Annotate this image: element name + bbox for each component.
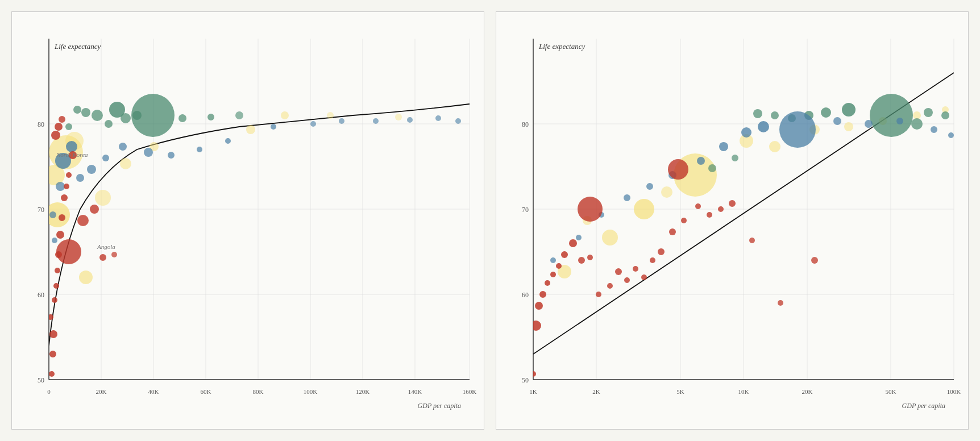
svg-point-92: [99, 254, 106, 261]
svg-text:50K: 50K: [886, 388, 896, 395]
svg-text:80: 80: [522, 120, 529, 128]
svg-text:5K: 5K: [676, 388, 684, 395]
svg-point-185: [658, 248, 665, 255]
svg-text:50: 50: [522, 376, 529, 384]
svg-point-61: [87, 165, 96, 174]
svg-text:60: 60: [522, 291, 529, 299]
svg-point-168: [531, 321, 541, 331]
svg-point-193: [578, 197, 603, 222]
svg-text:160K: 160K: [463, 388, 477, 395]
svg-point-51: [132, 111, 142, 120]
svg-point-165: [896, 118, 903, 124]
svg-point-74: [455, 118, 461, 124]
svg-point-167: [948, 132, 954, 138]
svg-point-56: [66, 141, 77, 152]
svg-text:1K: 1K: [529, 388, 537, 395]
svg-point-196: [778, 300, 783, 306]
svg-point-42: [395, 114, 402, 120]
svg-point-192: [668, 159, 688, 180]
svg-point-161: [576, 235, 582, 240]
svg-point-180: [615, 268, 622, 275]
svg-point-50: [121, 113, 131, 123]
svg-point-174: [561, 251, 568, 258]
svg-point-187: [681, 218, 687, 223]
svg-point-46: [81, 108, 90, 117]
svg-point-173: [556, 263, 562, 269]
svg-point-164: [865, 120, 873, 128]
svg-point-76: [49, 351, 56, 357]
svg-point-194: [811, 257, 818, 264]
svg-point-191: [729, 200, 736, 207]
svg-point-155: [719, 142, 728, 151]
svg-point-170: [539, 291, 546, 298]
svg-point-95: [55, 123, 63, 131]
svg-point-152: [779, 111, 816, 148]
svg-point-45: [92, 110, 103, 121]
svg-point-47: [73, 106, 81, 114]
svg-text:50: 50: [38, 376, 44, 384]
svg-point-181: [624, 277, 630, 283]
svg-point-60: [76, 174, 84, 182]
svg-point-151: [732, 155, 738, 161]
svg-text:GDP per capita: GDP per capita: [418, 402, 461, 410]
svg-point-153: [758, 121, 769, 132]
linear-chart: 80 70 60 50 0 20K 40K 60K 80K 100K 120K …: [11, 11, 484, 430]
svg-point-162: [550, 257, 556, 263]
svg-point-149: [911, 118, 923, 130]
svg-point-52: [178, 114, 186, 122]
svg-point-83: [56, 231, 64, 239]
svg-text:10K: 10K: [738, 388, 749, 395]
svg-point-183: [641, 274, 647, 280]
svg-point-188: [695, 203, 701, 209]
svg-point-190: [718, 206, 724, 212]
svg-text:GDP per capita: GDP per capita: [902, 402, 945, 410]
svg-point-140: [870, 94, 913, 137]
svg-point-96: [59, 116, 65, 123]
svg-text:20K: 20K: [802, 388, 813, 395]
svg-text:70: 70: [38, 206, 44, 214]
svg-text:80: 80: [38, 120, 44, 128]
charts-container: 80 70 60 50 0 20K 40K 60K 80K 100K 120K …: [0, 0, 980, 441]
svg-point-154: [741, 127, 751, 138]
svg-point-148: [941, 111, 949, 119]
svg-point-70: [339, 118, 344, 124]
svg-point-179: [607, 283, 613, 289]
svg-point-175: [569, 239, 577, 247]
svg-point-166: [931, 126, 937, 133]
svg-point-40: [281, 111, 289, 119]
svg-point-54: [235, 111, 243, 119]
svg-point-66: [197, 147, 202, 152]
svg-point-171: [545, 280, 550, 286]
svg-point-58: [49, 211, 56, 218]
svg-point-197: [530, 371, 536, 377]
svg-point-186: [669, 228, 676, 235]
svg-point-36: [95, 190, 111, 206]
svg-point-159: [624, 194, 630, 201]
svg-point-77: [49, 330, 57, 338]
svg-point-142: [821, 107, 831, 118]
svg-point-147: [924, 108, 933, 117]
svg-text:0: 0: [47, 388, 51, 395]
svg-point-72: [407, 117, 413, 123]
svg-point-132: [769, 141, 780, 152]
log-chart: 80 70 60 50 1K 2K 5K 10K 20K 50K 100K Li…: [496, 11, 969, 430]
svg-point-90: [77, 215, 89, 226]
svg-point-64: [144, 148, 153, 157]
svg-point-178: [596, 292, 601, 297]
svg-point-80: [53, 283, 59, 289]
svg-point-75: [49, 371, 55, 377]
svg-text:Angola: Angola: [97, 243, 115, 250]
svg-point-169: [535, 302, 543, 310]
svg-point-182: [633, 266, 638, 272]
svg-point-184: [650, 257, 655, 263]
svg-point-41: [327, 112, 334, 119]
svg-point-49: [105, 120, 113, 128]
svg-point-89: [56, 239, 81, 264]
svg-text:60K: 60K: [201, 388, 211, 395]
svg-point-48: [65, 123, 72, 130]
svg-point-37: [120, 158, 131, 169]
svg-point-87: [66, 172, 72, 178]
svg-point-150: [708, 164, 716, 172]
svg-text:70: 70: [522, 206, 529, 214]
svg-point-138: [661, 186, 672, 198]
